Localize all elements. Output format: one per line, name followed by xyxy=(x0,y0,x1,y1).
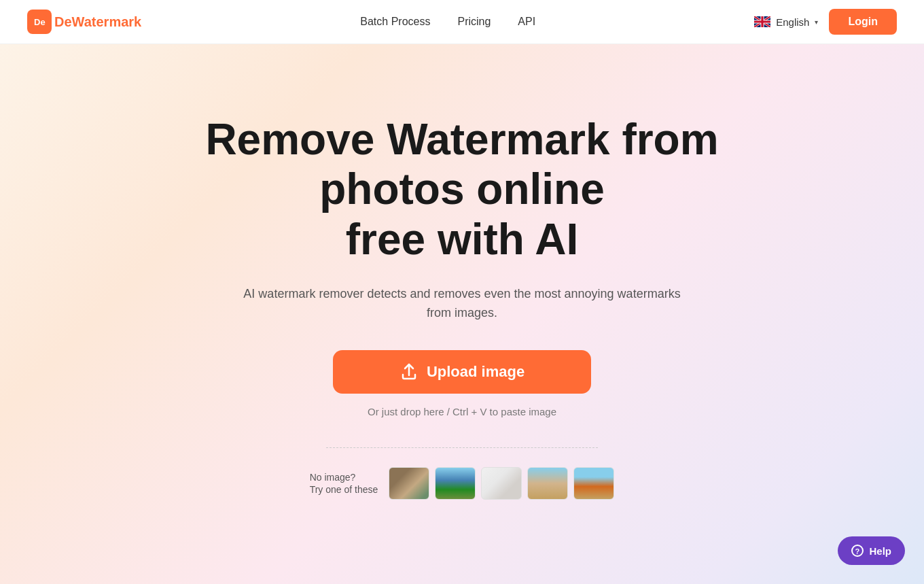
try-these-text: Try one of these xyxy=(310,484,378,495)
svg-text:?: ? xyxy=(855,547,860,555)
language-label: English xyxy=(776,16,809,28)
nav-api[interactable]: API xyxy=(518,16,535,28)
sample-thumb-3[interactable] xyxy=(481,467,522,500)
login-button[interactable]: Login xyxy=(829,9,897,35)
language-selector[interactable]: English ▾ xyxy=(754,16,818,28)
hero-section: Remove Watermark from photos online free… xyxy=(0,44,924,584)
samples-divider xyxy=(326,447,598,448)
upload-icon xyxy=(399,362,419,381)
help-label: Help xyxy=(869,545,891,557)
upload-image-button[interactable]: Upload image xyxy=(333,350,591,394)
navbar: De DeWatermark Batch Process Pricing API… xyxy=(0,0,924,44)
sample-thumb-1[interactable] xyxy=(389,467,429,500)
drop-hint: Or just drop here / Ctrl + V to paste im… xyxy=(368,406,556,417)
no-image-text: No image? xyxy=(310,472,356,483)
hero-title: Remove Watermark from photos online free… xyxy=(156,115,768,265)
sample-thumb-2[interactable] xyxy=(435,467,476,500)
upload-area: Upload image Or just drop here / Ctrl + … xyxy=(310,350,615,500)
nav-links: Batch Process Pricing API xyxy=(360,16,535,28)
logo-icon: De xyxy=(27,10,52,34)
nav-right: English ▾ Login xyxy=(754,9,897,35)
chevron-down-icon: ▾ xyxy=(815,18,818,26)
help-button[interactable]: ? Help xyxy=(838,536,905,565)
help-circle-icon: ? xyxy=(851,545,864,557)
uk-flag-icon xyxy=(754,16,770,27)
samples-label: No image? Try one of these xyxy=(310,472,378,495)
hero-subtitle: AI watermark remover detects and removes… xyxy=(241,284,683,324)
nav-batch-process[interactable]: Batch Process xyxy=(360,16,430,28)
samples-row: No image? Try one of these xyxy=(310,467,615,500)
nav-pricing[interactable]: Pricing xyxy=(457,16,491,28)
sample-images xyxy=(389,467,614,500)
svg-text:De: De xyxy=(34,17,46,27)
sample-thumb-5[interactable] xyxy=(573,467,614,500)
logo-text: DeWatermark xyxy=(54,14,141,30)
sample-thumb-4[interactable] xyxy=(527,467,568,500)
logo[interactable]: De DeWatermark xyxy=(27,10,141,34)
